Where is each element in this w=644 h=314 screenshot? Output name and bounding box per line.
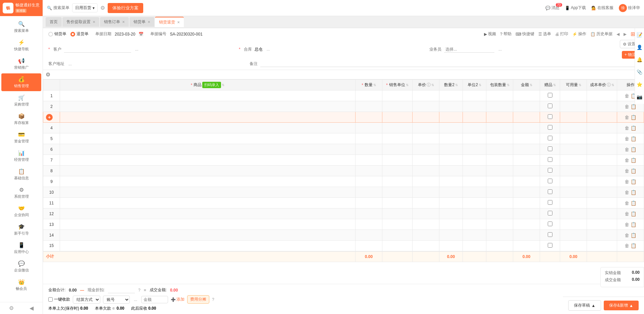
pkg-cell-14[interactable] bbox=[486, 230, 513, 241]
qty-cell-13[interactable] bbox=[356, 219, 382, 230]
unit-cell-1[interactable] bbox=[382, 90, 413, 101]
gift-cell-4[interactable] bbox=[540, 123, 560, 133]
tab-price-setting[interactable]: 售价提取设置✕ bbox=[62, 17, 99, 27]
delete-icon-6[interactable]: 🗑 bbox=[625, 147, 629, 152]
goods-cell-10[interactable] bbox=[60, 187, 356, 198]
return-type-radio[interactable]: 退货单 bbox=[70, 31, 89, 37]
app-download-button[interactable]: 📱 App下载 bbox=[565, 5, 586, 11]
goods-cell-7[interactable] bbox=[60, 155, 356, 166]
tab-sales-return[interactable]: 销货退货✕ bbox=[155, 17, 184, 27]
one-key-payment-checkbox[interactable]: 一键收款 bbox=[48, 297, 70, 302]
delete-icon-4[interactable]: 🗑 bbox=[625, 125, 629, 131]
copy-icon-13[interactable]: 📋 bbox=[631, 222, 636, 227]
sidebar-item-quick-nav[interactable]: ⚡快捷导航 bbox=[1, 37, 41, 54]
pkg-cell-10[interactable] bbox=[486, 187, 513, 198]
grid-view-icon[interactable]: ⊞ bbox=[631, 31, 635, 37]
sale-type-radio[interactable]: 销货单 bbox=[48, 31, 66, 37]
qty2-cell-1[interactable] bbox=[439, 90, 463, 101]
amount-cell-15[interactable] bbox=[513, 241, 540, 251]
qty2-cell-6[interactable] bbox=[439, 144, 463, 155]
goods-cell-9[interactable] bbox=[60, 176, 356, 187]
qty-cell-10[interactable] bbox=[356, 187, 382, 198]
price-cell-5[interactable] bbox=[413, 133, 439, 144]
delete-icon-9[interactable]: 🗑 bbox=[625, 179, 629, 184]
sidebar-item-app-center[interactable]: 📱应用中心 bbox=[1, 239, 41, 257]
right-panel-panel6[interactable]: 📷 bbox=[637, 93, 642, 101]
account-select[interactable]: 账号 bbox=[103, 296, 130, 304]
unit-cell-6[interactable] bbox=[382, 144, 413, 155]
goods-cell-2[interactable] bbox=[60, 101, 356, 112]
price-cell-11[interactable] bbox=[413, 198, 439, 208]
copy-icon-10[interactable]: 📋 bbox=[631, 190, 636, 195]
available-cell-7[interactable] bbox=[560, 155, 587, 166]
cost-cell-6[interactable] bbox=[587, 144, 617, 155]
search-button[interactable]: 🔍 搜索菜单 bbox=[47, 5, 69, 11]
cost-cell-15[interactable] bbox=[587, 241, 617, 251]
video-action[interactable]: ▶ 视频 bbox=[484, 31, 496, 37]
gift-checkbox-12[interactable] bbox=[548, 211, 552, 215]
goods-input-11[interactable] bbox=[63, 201, 353, 205]
gift-checkbox-14[interactable] bbox=[548, 232, 552, 237]
amount-cell-11[interactable] bbox=[513, 198, 540, 208]
cost-cell-3[interactable] bbox=[587, 112, 617, 123]
available-cell-5[interactable] bbox=[560, 133, 587, 144]
unit2-cell-6[interactable] bbox=[463, 144, 486, 155]
qty2-cell-8[interactable] bbox=[439, 166, 463, 176]
qty2-cell-11[interactable] bbox=[439, 198, 463, 208]
unit2-cell-3[interactable] bbox=[463, 112, 486, 123]
goods-cell-11[interactable] bbox=[60, 198, 356, 208]
available-cell-12[interactable] bbox=[560, 208, 587, 219]
user-profile[interactable]: 徐 徐泽华 bbox=[619, 4, 640, 12]
goods-cell-12[interactable] bbox=[60, 208, 356, 219]
staff-input[interactable] bbox=[444, 46, 494, 53]
sidebar-item-basic-info[interactable]: 📋基础信息 bbox=[1, 166, 41, 183]
amount-cell-12[interactable] bbox=[513, 208, 540, 219]
cost-sort-icon[interactable]: ⇅ bbox=[611, 83, 614, 87]
goods-input-10[interactable] bbox=[63, 190, 353, 195]
amount-cell-10[interactable] bbox=[513, 187, 540, 198]
delete-icon-7[interactable]: 🗑 bbox=[625, 158, 629, 163]
address-select-btn[interactable]: ... bbox=[67, 62, 73, 66]
amount-cell-13[interactable] bbox=[513, 219, 540, 230]
pkg-cell-15[interactable] bbox=[486, 241, 513, 251]
qty2-cell-15[interactable] bbox=[439, 241, 463, 251]
unit-cell-8[interactable] bbox=[382, 166, 413, 176]
sidebar-item-purchase[interactable]: 🛒采购管理 bbox=[1, 92, 41, 110]
gift-cell-10[interactable] bbox=[540, 187, 560, 198]
unit-cell-3[interactable] bbox=[382, 112, 413, 123]
qty2-sort-icon[interactable]: ⇅ bbox=[455, 83, 458, 87]
cost-cell-10[interactable] bbox=[587, 187, 617, 198]
next-icon[interactable]: ▶ bbox=[624, 32, 627, 37]
gift-checkbox-13[interactable] bbox=[548, 222, 552, 226]
cost-cell-4[interactable] bbox=[587, 123, 617, 133]
goods-input-6[interactable] bbox=[63, 147, 353, 152]
tab-close-sales-delivery[interactable]: ✕ bbox=[148, 20, 150, 24]
copy-icon-15[interactable]: 📋 bbox=[631, 243, 636, 248]
goods-input-4[interactable] bbox=[63, 126, 353, 130]
unit2-cell-11[interactable] bbox=[463, 198, 486, 208]
print-action[interactable]: 🖨 打印 bbox=[555, 31, 568, 37]
price-sort-icon[interactable]: ⇅ bbox=[431, 83, 434, 87]
tab-close-sales-return[interactable]: ✕ bbox=[177, 20, 180, 24]
delete-icon-3[interactable]: 🗑 bbox=[625, 115, 629, 120]
cost-cell-14[interactable] bbox=[587, 230, 617, 241]
unit2-cell-4[interactable] bbox=[463, 123, 486, 133]
pkg-sort-icon[interactable]: ⇅ bbox=[507, 83, 509, 87]
copy-icon-8[interactable]: 📋 bbox=[631, 168, 636, 174]
price-cell-6[interactable] bbox=[413, 144, 439, 155]
copy-icon-6[interactable]: 📋 bbox=[631, 147, 636, 152]
right-panel-panel3[interactable]: 🔔 bbox=[637, 56, 642, 64]
goods-input-12[interactable] bbox=[63, 211, 353, 216]
gift-cell-7[interactable] bbox=[540, 155, 560, 166]
goods-cell-5[interactable] bbox=[60, 133, 356, 144]
amount-cell-14[interactable] bbox=[513, 230, 540, 241]
unit2-cell-14[interactable] bbox=[463, 230, 486, 241]
qty-cell-4[interactable] bbox=[356, 123, 382, 133]
unit2-cell-13[interactable] bbox=[463, 219, 486, 230]
price-cell-14[interactable] bbox=[413, 230, 439, 241]
qty2-cell-4[interactable] bbox=[439, 123, 463, 133]
available-cell-13[interactable] bbox=[560, 219, 587, 230]
gift-checkbox-7[interactable] bbox=[548, 157, 552, 162]
select-action[interactable]: ☰ 选单 bbox=[538, 31, 551, 37]
available-cell-15[interactable] bbox=[560, 241, 587, 251]
